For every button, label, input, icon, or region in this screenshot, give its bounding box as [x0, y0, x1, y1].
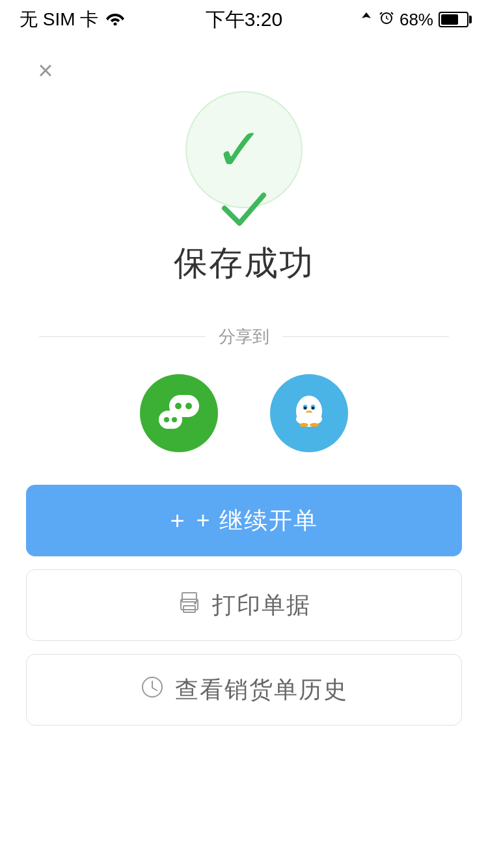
status-bar-time: 下午3:20 [206, 7, 282, 33]
svg-point-13 [312, 407, 314, 409]
buttons-section: + + 继续开单 打印单据 查看销货单历 [0, 485, 488, 726]
location-icon [359, 10, 373, 30]
status-bar-right: 68% [359, 10, 468, 30]
history-icon [140, 675, 165, 705]
alarm-icon [379, 10, 394, 30]
continue-button[interactable]: + + 继续开单 [26, 485, 462, 556]
share-label: 分享到 [206, 325, 282, 348]
status-bar-left: 无 SIM 卡 [20, 7, 126, 32]
no-sim-text: 无 SIM 卡 [20, 7, 98, 32]
svg-point-17 [310, 423, 319, 427]
svg-point-12 [304, 407, 306, 409]
svg-point-15 [296, 413, 322, 426]
svg-point-6 [164, 417, 169, 422]
qq-share-button[interactable] [270, 374, 348, 452]
status-bar: 无 SIM 卡 下午3:20 68% [0, 0, 488, 39]
battery-fill [441, 14, 458, 25]
close-button[interactable]: × [26, 51, 65, 90]
print-label: 打印单据 [212, 590, 311, 621]
battery-percentage: 68% [400, 10, 433, 30]
wifi-icon [105, 9, 126, 30]
divider-line-right [282, 336, 449, 337]
history-button[interactable]: 查看销货单历史 [26, 654, 462, 726]
svg-rect-5 [159, 411, 182, 429]
success-title: 保存成功 [174, 241, 314, 286]
battery-icon [439, 12, 468, 27]
svg-point-7 [172, 417, 177, 422]
close-icon: × [38, 57, 53, 83]
print-icon [177, 590, 202, 621]
share-icons [140, 374, 348, 452]
continue-label: + 继续开单 [197, 505, 318, 537]
wechat-share-button[interactable] [140, 374, 218, 452]
svg-point-3 [175, 403, 182, 409]
checkmark-icon [215, 120, 273, 179]
print-button[interactable]: 打印单据 [26, 569, 462, 641]
success-icon-circle [185, 91, 303, 208]
plus-icon: + [170, 507, 185, 535]
share-divider-row: 分享到 [0, 325, 488, 348]
share-section: 分享到 [0, 325, 488, 452]
history-label: 查看销货单历史 [175, 674, 348, 706]
divider-line-left [39, 336, 206, 337]
svg-point-16 [299, 423, 308, 427]
svg-rect-18 [182, 593, 197, 602]
svg-point-0 [114, 23, 117, 26]
svg-point-4 [185, 403, 192, 409]
svg-point-21 [194, 602, 197, 604]
main-content: 保存成功 分享到 [0, 39, 488, 868]
